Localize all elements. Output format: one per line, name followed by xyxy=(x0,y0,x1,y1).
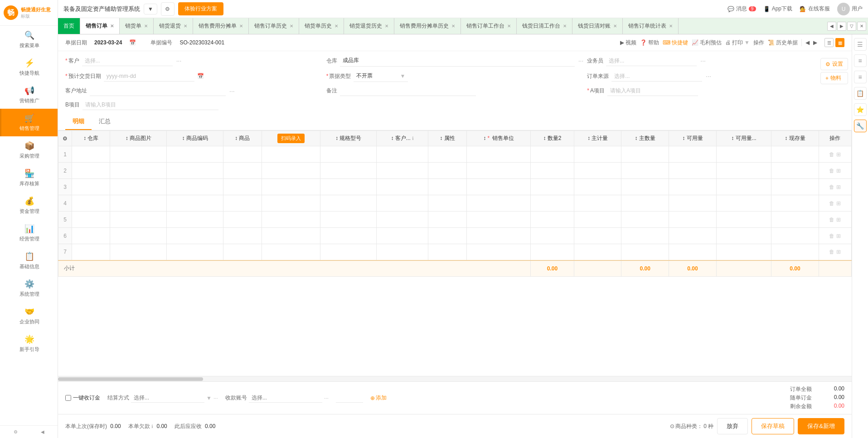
industry-btn[interactable]: 体验行业方案 xyxy=(178,2,223,15)
cell-product[interactable] xyxy=(223,146,262,163)
tab-cash-daily1[interactable]: 钱货日清工作台 ✕ xyxy=(517,18,572,34)
right-panel-item-2[interactable]: ≡ xyxy=(854,54,867,67)
warehouse-more-icon[interactable]: ··· xyxy=(578,57,584,64)
right-panel-item-1[interactable]: ☰ xyxy=(854,38,867,51)
tab-close-icon[interactable]: ✕ xyxy=(184,24,187,29)
notes-input[interactable] xyxy=(340,86,476,96)
history-btn[interactable]: 📜 历史单据 xyxy=(768,39,798,47)
shortcuts-btn[interactable]: ⌨ 快捷键 xyxy=(663,39,688,47)
tab-close-icon[interactable]: ✕ xyxy=(613,24,617,29)
sidebar-item-basic[interactable]: 📋 基础信息 xyxy=(0,247,58,274)
account-select[interactable] xyxy=(249,393,322,403)
material-btn[interactable]: + 物料 xyxy=(820,72,848,84)
one-click-checkbox-input[interactable] xyxy=(65,395,71,401)
tab-sales-expense-split[interactable]: 销售费用分摊单 ✕ xyxy=(193,18,249,34)
operations-btn[interactable]: 操作 xyxy=(753,39,764,47)
sidebar-settings-btn[interactable]: ⚙ xyxy=(14,429,18,434)
calendar-icon[interactable]: 📅 xyxy=(129,39,136,46)
tab-menu-btn[interactable]: ▽ xyxy=(847,22,856,31)
tab-summary[interactable]: 汇总 xyxy=(92,114,118,130)
payment-more-icon[interactable]: ··· xyxy=(213,395,218,401)
cell-warehouse[interactable] xyxy=(72,146,110,163)
customer-input[interactable] xyxy=(82,56,173,66)
tab-home[interactable]: 首页 xyxy=(58,18,80,34)
tab-sales-refund[interactable]: 销货退货 ✕ xyxy=(154,18,193,34)
delete-icon[interactable]: 🗑 xyxy=(829,249,834,255)
list-view-btn[interactable]: ☰ xyxy=(824,38,834,47)
cell-main-qty[interactable] xyxy=(621,146,669,163)
delete-icon[interactable]: 🗑 xyxy=(829,168,834,174)
order-source-input[interactable] xyxy=(611,71,702,82)
tab-close-icon[interactable]: ✕ xyxy=(144,24,148,29)
sidebar-item-sales[interactable]: 🛒 销售管理 xyxy=(0,109,58,136)
tab-sales-order[interactable]: 销售订单 ✕ xyxy=(80,18,120,34)
tab-sales-order-history[interactable]: 销售订单历史 ✕ xyxy=(249,18,299,34)
right-panel-item-5[interactable]: ⭐ xyxy=(854,103,867,116)
sidebar-item-enterprise[interactable]: 🤝 企业协同 xyxy=(0,302,58,330)
b-project-input[interactable] xyxy=(82,100,218,110)
copy-icon[interactable]: ⊞ xyxy=(836,168,841,174)
save-draft-btn[interactable]: 保存草稿 xyxy=(752,418,794,434)
help-btn[interactable]: ❓ 帮助 xyxy=(640,39,659,47)
tab-sales-return[interactable]: 销货单 ✕ xyxy=(120,18,154,34)
customer-more-icon[interactable]: ··· xyxy=(176,57,182,64)
tab-close-icon[interactable]: ✕ xyxy=(290,24,293,29)
a-project-input[interactable] xyxy=(607,86,698,96)
cell-available2[interactable] xyxy=(716,146,771,163)
topbar-gear-btn[interactable]: ⚙ xyxy=(161,2,175,16)
profit-btn[interactable]: 📈 毛利预估 xyxy=(692,39,722,47)
address-input[interactable] xyxy=(90,86,226,96)
source-more-icon[interactable]: ··· xyxy=(706,72,711,80)
cell-main-unit[interactable] xyxy=(574,146,621,163)
tab-sales-expense-history[interactable]: 销售费用分摊单历史 ✕ xyxy=(394,18,461,34)
cell-image[interactable] xyxy=(110,146,167,163)
delete-icon[interactable]: 🗑 xyxy=(829,184,834,190)
one-click-checkbox[interactable]: 一键收订金 xyxy=(65,394,100,402)
salesperson-input[interactable] xyxy=(606,56,697,66)
horizontal-scrollbar[interactable] xyxy=(58,376,852,381)
tab-sales-stat[interactable]: 销售订单统计表 ✕ xyxy=(623,18,679,34)
tab-close-icon[interactable]: ✕ xyxy=(451,24,455,29)
sidebar-item-marketing[interactable]: 📢 营销推广 xyxy=(0,81,58,109)
view-video-btn[interactable]: ▶ 视频 xyxy=(620,39,636,47)
print-btn[interactable]: 🖨 打印 ▼ xyxy=(725,39,750,47)
cell-spec[interactable] xyxy=(320,146,377,163)
right-panel-item-4[interactable]: 📋 xyxy=(854,87,867,100)
sidebar-item-purchase[interactable]: 📦 采购管理 xyxy=(0,136,58,164)
copy-icon[interactable]: ⊞ xyxy=(836,249,841,255)
user-area[interactable]: U 用户 xyxy=(837,3,863,15)
sidebar-item-operation[interactable]: 📊 经营管理 xyxy=(0,219,58,247)
right-panel-item-3[interactable]: ≡ xyxy=(854,71,867,83)
delivery-input[interactable] xyxy=(104,71,194,82)
tab-close-icon[interactable]: ✕ xyxy=(110,24,114,29)
cell-unit[interactable] xyxy=(466,146,531,163)
scan-btn[interactable]: 扫码录入 xyxy=(277,134,305,143)
save-add-btn[interactable]: 保存&新增 xyxy=(798,418,844,434)
cell-attr[interactable] xyxy=(428,146,466,163)
system-dropdown[interactable]: ▼ xyxy=(144,4,157,14)
copy-icon[interactable]: ⊞ xyxy=(836,233,841,239)
message-btn[interactable]: 💬 消息 9 xyxy=(727,5,756,13)
sidebar-item-finance[interactable]: 💰 资金管理 xyxy=(0,192,58,219)
copy-icon[interactable]: ⊞ xyxy=(836,200,841,207)
tab-close-icon[interactable]: ✕ xyxy=(507,24,511,29)
settings-btn[interactable]: ⚙ 设置 xyxy=(820,58,848,70)
nav-next-btn[interactable]: ▶ xyxy=(813,39,817,46)
tab-next-btn[interactable]: ▶ xyxy=(837,22,846,31)
account-more-icon[interactable]: ··· xyxy=(324,395,329,401)
sidebar-item-guide[interactable]: 🌟 新手引导 xyxy=(0,330,58,357)
tab-sales-return-history[interactable]: 销货单历史 ✕ xyxy=(299,18,344,34)
calendar2-icon[interactable]: 📅 xyxy=(197,73,204,79)
delete-icon[interactable]: 🗑 xyxy=(829,233,834,239)
cell-available[interactable] xyxy=(669,146,717,163)
sidebar-item-stock[interactable]: 🏪 库存核算 xyxy=(0,164,58,192)
payment-select[interactable] xyxy=(131,393,204,403)
cell-code[interactable] xyxy=(167,146,223,163)
tab-close-icon[interactable]: ✕ xyxy=(563,24,567,29)
copy-icon[interactable]: ⊞ xyxy=(836,151,841,158)
tab-close-icon[interactable]: ✕ xyxy=(239,24,243,29)
online-service-btn[interactable]: 💁 在线客服 xyxy=(800,5,830,13)
col-settings[interactable]: ⚙ xyxy=(58,131,72,146)
cell-qty2[interactable] xyxy=(531,146,574,163)
right-panel-item-6[interactable]: 🔧 xyxy=(854,120,867,132)
